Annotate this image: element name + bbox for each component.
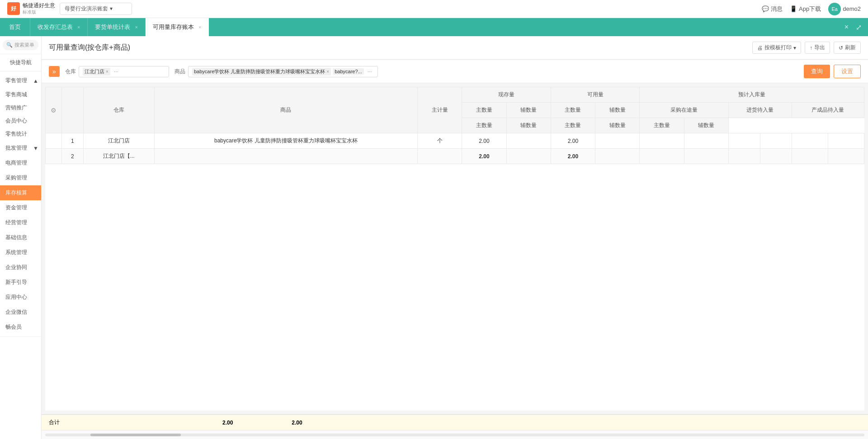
app-download-btn[interactable]: 📱 App下载 [790, 5, 821, 13]
sidebar-item-enterprise[interactable]: 企业协同 [0, 260, 41, 275]
tab-order-stats-close[interactable]: × [135, 24, 137, 30]
industry-selector[interactable]: 母婴行业演示账套 ▾ [60, 3, 132, 15]
cell-settings-2 [46, 149, 62, 164]
sidebar-item-purchase[interactable]: 采购管理 [0, 170, 41, 185]
tab-close-all-btn[interactable]: × [842, 21, 851, 33]
page-header: 可用量查询(按仓库+商品) 🖨 按模板打印 ▾ ↑ 导出 ↺ 刷新 [42, 36, 868, 60]
sidebar-item-basic[interactable]: 基础信息 [0, 230, 41, 245]
sidebar-item-wholesale[interactable]: 批发管理 ▼ [0, 141, 41, 156]
sidebar-item-retail-mall-label: 零售商城 [5, 91, 27, 98]
cell-num-1: 1 [62, 133, 84, 149]
cell-stock-aux-1 [506, 133, 551, 149]
sidebar-item-appcenter[interactable]: 应用中心 [0, 290, 41, 305]
sidebar-item-retail-mall[interactable]: 零售商城 [0, 88, 41, 101]
warehouse-more-btn[interactable]: ··· [112, 68, 120, 75]
refresh-label: 刷新 [845, 44, 856, 52]
col-stock-main: 主数量 [462, 103, 506, 118]
tab-home[interactable]: 首页 [0, 18, 30, 36]
product-tag-1: babycare学饮杯 儿童防摔防撞吸管杯重力球吸嘴杯宝宝水杯 × [192, 68, 331, 76]
tab-receive-summary-close[interactable]: × [77, 24, 80, 30]
arrow-down-icon: ▼ [33, 145, 38, 151]
sidebar-item-finance[interactable]: 资金管理 [0, 200, 41, 215]
col-current-stock: 现存量 [462, 87, 551, 103]
product-more-btn[interactable]: ··· [366, 68, 374, 75]
warehouse-input[interactable]: 江北门店 × ··· [79, 66, 169, 77]
col-settings: ⚙ [46, 87, 62, 133]
sidebar-item-ecommerce-label: 电商管理 [5, 159, 27, 167]
gear-icon[interactable]: ⚙ [51, 107, 57, 114]
product-tag-1-close[interactable]: × [326, 69, 329, 74]
sidebar-item-ecommerce[interactable]: 电商管理 [0, 156, 41, 170]
filter-expand-btn[interactable]: » [49, 66, 60, 77]
product-filter: 商品 babycare学饮杯 儿童防摔防撞吸管杯重力球吸嘴杯宝宝水杯 × bab… [175, 66, 378, 77]
sidebar-item-inventory[interactable]: 库存核算 [0, 185, 41, 200]
refresh-btn[interactable]: ↺ 刷新 [834, 42, 861, 54]
sidebar-item-newguide[interactable]: 新手引导 [0, 275, 41, 290]
chevron-down-icon: ▾ [110, 5, 113, 12]
cell-finished-aux-1 [828, 133, 864, 149]
sidebar-item-wechat[interactable]: 企业微信 [0, 305, 41, 320]
sidebar-item-vip[interactable]: 畅会员 [0, 320, 41, 335]
search-placeholder: 搜索菜单 [14, 42, 34, 48]
query-btn[interactable]: 查询 [804, 65, 830, 78]
tab-receive-summary[interactable]: 收发存汇总表 × [30, 18, 88, 36]
scrollbar-area [42, 430, 868, 439]
tab-expand-btn[interactable]: ⤢ [853, 21, 864, 33]
sidebar-item-retail-stats[interactable]: 零售统计 [0, 127, 41, 141]
sidebar-item-retail-mgmt[interactable]: 零售管理 ▲ [0, 73, 41, 88]
filter-bar: » 仓库 江北门店 × ··· 商品 babycare学饮杯 儿童防摔防撞吸管杯… [42, 60, 868, 83]
sidebar-item-vip-label: 畅会员 [5, 323, 22, 331]
col-purchase-main: 主数量 [462, 118, 506, 133]
message-icon: 💬 [762, 5, 769, 12]
footer-avail-main: 2.00 [292, 420, 302, 426]
product-input[interactable]: babycare学饮杯 儿童防摔防撞吸管杯重力球吸嘴杯宝宝水杯 × babyca… [188, 66, 378, 77]
sidebar-item-member-label: 会员中心 [5, 118, 27, 124]
cell-inbound-aux-2 [760, 149, 792, 164]
export-label: 导出 [814, 44, 825, 52]
tab-available-inventory-close[interactable]: × [198, 24, 201, 30]
main-layout: 🔍 搜索菜单 快捷导航 零售管理 ▲ 零售商城 营销推广 会员中心 零售统计 [0, 36, 868, 439]
refresh-icon: ↺ [839, 45, 843, 51]
content-area: 可用量查询(按仓库+商品) 🖨 按模板打印 ▾ ↑ 导出 ↺ 刷新 » [42, 36, 868, 439]
sidebar-item-business[interactable]: 经营管理 [0, 215, 41, 230]
cell-product-1: babycare学饮杯 儿童防摔防撞吸管杯重力球吸嘴杯宝宝水杯 [154, 133, 417, 149]
col-finished-aux: 辅数量 [684, 118, 728, 133]
sidebar-item-marketing[interactable]: 营销推广 [0, 101, 41, 114]
col-purchase-aux: 辅数量 [506, 118, 551, 133]
col-inbound-pending: 进货待入量 [728, 103, 792, 118]
cell-unit-1: 个 [417, 133, 462, 149]
table-row: 1 江北门店 babycare学饮杯 儿童防摔防撞吸管杯重力球吸嘴杯宝宝水杯 个… [46, 133, 864, 149]
cell-purchase-main-2 [640, 149, 684, 164]
tab-available-inventory[interactable]: 可用量库存账本 × [146, 18, 209, 36]
cell-finished-aux-2 [828, 149, 864, 164]
settings-btn[interactable]: 设置 [834, 65, 861, 78]
scrollbar-track[interactable] [45, 434, 864, 436]
cell-finished-main-1 [792, 133, 828, 149]
scrollbar-thumb[interactable] [90, 434, 181, 436]
message-btn[interactable]: 💬 消息 [762, 5, 783, 13]
username: demo2 [843, 5, 861, 12]
footer-stock-main: 2.00 [222, 420, 233, 426]
cell-inbound-main-2 [728, 149, 760, 164]
warehouse-tag-close[interactable]: × [106, 69, 108, 74]
chevron-down-icon: ▾ [793, 45, 796, 51]
sidebar-item-quick-nav[interactable]: 快捷导航 [0, 56, 41, 69]
sidebar-search-box[interactable]: 🔍 搜索菜单 [3, 40, 38, 50]
cell-stock-main-1: 2.00 [462, 133, 506, 149]
cell-stock-aux-2 [506, 149, 551, 164]
table-footer: 合计 2.00 2.00 [42, 414, 868, 430]
print-template-btn[interactable]: 🖨 按模板打印 ▾ [752, 42, 801, 54]
filter-actions: 查询 设置 [804, 65, 861, 78]
sidebar-item-member[interactable]: 会员中心 [0, 114, 41, 127]
sidebar-item-system[interactable]: 系统管理 [0, 245, 41, 260]
tab-home-label: 首页 [9, 23, 21, 31]
cell-unit-2 [417, 149, 462, 164]
col-finished-goods: 产成品待入量 [792, 103, 864, 118]
user-menu[interactable]: Ea demo2 [828, 3, 861, 15]
sidebar-item-newguide-label: 新手引导 [5, 279, 27, 286]
footer-label: 合计 [49, 419, 60, 426]
col-avail-aux: 辅数量 [595, 103, 640, 118]
export-btn[interactable]: ↑ 导出 [805, 42, 830, 54]
tab-order-stats[interactable]: 要货单统计表 × [88, 18, 145, 36]
tab-receive-summary-label: 收发存汇总表 [38, 23, 73, 31]
